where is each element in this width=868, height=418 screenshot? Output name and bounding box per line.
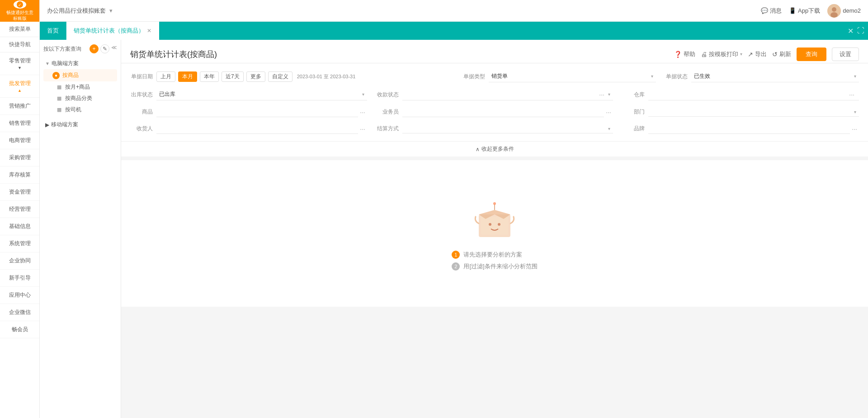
date-filter: 上月 本月 本年 近7天 更多 自定义 2023-03-01 至 2023-03… <box>156 71 453 82</box>
receiver-dots[interactable]: ··· <box>358 125 367 133</box>
app-download-action[interactable]: 📱 App下载 <box>789 7 820 15</box>
doc-status-label: 单据状态 <box>665 73 688 81</box>
mobile-group-arrow: ▶ <box>45 122 49 128</box>
tab-home-label: 首页 <box>47 27 59 35</box>
window-close-btn[interactable]: ✕ <box>848 27 854 35</box>
salesperson-field: 业务员 ··· <box>376 107 613 117</box>
receiver-input[interactable] <box>156 124 358 134</box>
receipt-status-field: 收款状态 ··· ▾ <box>376 89 613 100</box>
filter-area: 单据日期 上月 本月 本年 近7天 更多 自定义 2023-03-01 至 20… <box>121 63 868 141</box>
tip2-num: 2 <box>452 262 460 271</box>
sidebar-item-marketing[interactable]: 营销推广 <box>0 98 39 115</box>
tab-window-btns: ✕ ⛶ <box>844 22 868 40</box>
pc-group-label: 电脑端方案 <box>52 60 79 67</box>
svg-point-8 <box>498 223 500 226</box>
date-field: 单据日期 上月 本月 本年 近7天 更多 自定义 2023-03-01 至 20… <box>130 71 453 82</box>
salesperson-dots[interactable]: ··· <box>604 109 613 116</box>
receipt-status-select[interactable]: ··· ▾ <box>402 89 613 100</box>
receipt-dots[interactable]: ··· <box>597 91 606 98</box>
svg-rect-6 <box>481 217 508 235</box>
product-field: 商品 ··· <box>130 107 367 117</box>
pc-group-title[interactable]: ▼ 电脑端方案 <box>43 58 117 69</box>
sales-label: 销售管理 <box>9 119 31 127</box>
sidebar-item-wechat[interactable]: 企业微信 <box>0 304 39 321</box>
this-year-btn[interactable]: 本年 <box>200 71 219 82</box>
svg-point-10 <box>493 202 496 205</box>
sidebar-item-appstore[interactable]: 应用中心 <box>0 287 39 304</box>
product-dots[interactable]: ··· <box>358 109 367 116</box>
sidebar-item-finance[interactable]: 资金管理 <box>0 184 39 201</box>
out-status-select[interactable]: 已出库 ▾ <box>156 89 367 100</box>
payment-select[interactable]: ▾ <box>402 124 613 133</box>
svg-point-7 <box>489 223 491 226</box>
more-btn[interactable]: 更多 <box>246 71 265 82</box>
warehouse-select[interactable]: ··· <box>648 89 859 100</box>
sidebar-item-inventory[interactable]: 库存核算 <box>0 166 39 184</box>
scheme-by-month-product[interactable]: ▦ 按月+商品 <box>43 81 117 93</box>
app-logo[interactable]: ✓ 畅捷通好生意 标账版 <box>0 0 39 22</box>
last7-btn[interactable]: 近7天 <box>222 71 244 82</box>
export-action[interactable]: ↗ 导出 <box>748 50 767 58</box>
custom-btn[interactable]: 自定义 <box>268 71 292 82</box>
print-template-action[interactable]: 🖨 按模板打印 ▾ <box>701 50 742 58</box>
add-scheme-btn[interactable]: + <box>90 44 99 53</box>
payment-field: 结算方式 ▾ <box>376 124 613 133</box>
enterprise-label: 企业协同 <box>9 257 31 265</box>
edit-scheme-btn[interactable]: ✎ <box>100 44 109 53</box>
this-month-btn[interactable]: 本月 <box>178 71 197 82</box>
refresh-action[interactable]: ↺ 刷新 <box>772 50 791 58</box>
warehouse-dots[interactable]: ··· <box>847 91 856 98</box>
finance-label: 资金管理 <box>9 188 31 196</box>
department-arrow: ▾ <box>854 109 856 114</box>
sidebar-item-ecommerce[interactable]: 电商管理 <box>0 132 39 149</box>
doc-status-select[interactable]: 已生效 ▾ <box>691 71 859 82</box>
help-action[interactable]: ❓ 帮助 <box>674 50 695 58</box>
sidebar-item-wholesale[interactable]: 批发管理 ▲ <box>0 75 39 98</box>
department-label: 部门 <box>622 108 645 116</box>
product-input[interactable] <box>156 107 358 117</box>
brand-input[interactable] <box>648 124 850 134</box>
user-profile[interactable]: demo2 <box>827 4 861 18</box>
sidebar-item-retail[interactable]: 零售管理 ▼ <box>0 52 39 75</box>
help-icon: ❓ <box>674 51 682 58</box>
refresh-icon: ↺ <box>772 51 778 58</box>
collapse-bar[interactable]: ∧ 收起更多条件 <box>121 141 868 157</box>
sidebar-item-system[interactable]: 系统管理 <box>0 235 39 252</box>
appstore-label: 应用中心 <box>9 291 31 299</box>
sidebar-item-purchase[interactable]: 采购管理 <box>0 149 39 166</box>
salesperson-input[interactable] <box>402 107 604 117</box>
sidebar-item-basic[interactable]: 基础信息 <box>0 218 39 235</box>
filter-sidebar-title: 按以下方案查询 <box>43 45 81 53</box>
tab-sales-stats[interactable]: 销货单统计计表（按商品） ✕ <box>66 22 159 40</box>
tab-close-icon[interactable]: ✕ <box>147 28 151 34</box>
sidebar-item-enterprise[interactable]: 企业协同 <box>0 252 39 270</box>
brand-dots[interactable]: ··· <box>850 125 859 133</box>
mobile-group-title[interactable]: ▶ 移动端方案 <box>43 119 117 130</box>
query-button[interactable]: 查询 <box>797 48 826 61</box>
tab-home[interactable]: 首页 <box>40 22 66 40</box>
setting-button[interactable]: 设置 <box>832 48 859 61</box>
by-driver-label: 按司机 <box>65 106 81 114</box>
doc-type-value: 销货单 <box>491 72 650 80</box>
scheme-by-category[interactable]: ▦ 按商品分类 <box>43 93 117 104</box>
sidebar-item-newbie[interactable]: 新手引导 <box>0 270 39 287</box>
doc-type-select[interactable]: 销货单 ▾ <box>489 71 656 82</box>
scheme-by-driver[interactable]: ▦ 按司机 <box>43 104 117 115</box>
empty-tips: 1 请先选择要分析的方案 2 用[过滤]条件来缩小分析范围 <box>452 251 537 271</box>
quick-nav[interactable]: 快捷导航 <box>0 37 39 52</box>
prev-month-btn[interactable]: 上月 <box>156 71 175 82</box>
doc-type-arrow: ▾ <box>651 74 653 79</box>
messages-action[interactable]: 💬 消息 <box>761 7 782 15</box>
collapse-filter-btn[interactable]: ≪ <box>111 44 117 53</box>
department-select[interactable]: ▾ <box>648 108 859 117</box>
sidebar-item-sales[interactable]: 销售管理 <box>0 115 39 132</box>
header-dropdown-icon[interactable]: ▾ <box>109 7 113 14</box>
doc-type-label: 单据类型 <box>462 73 485 81</box>
sidebar-item-member[interactable]: 畅会员 <box>0 321 39 338</box>
scheme-by-product[interactable]: ● 按商品 <box>43 69 117 81</box>
sidebar-item-operations[interactable]: 经营管理 <box>0 201 39 218</box>
window-maximize-btn[interactable]: ⛶ <box>857 27 864 35</box>
tip2-text: 用[过滤]条件来缩小分析范围 <box>463 262 537 271</box>
collapse-more-btn[interactable]: ∧ 收起更多条件 <box>476 145 514 153</box>
search-menu[interactable]: 搜索菜单 <box>0 22 39 37</box>
